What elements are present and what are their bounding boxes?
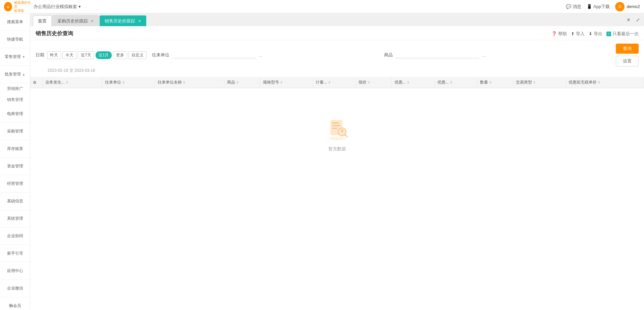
help-icon: ❓ — [551, 31, 557, 36]
filter-area: 日期 昨天 今天 近7天 近1月 更多 自定义 往来单位 — [36, 44, 639, 66]
date-btn-yesterday[interactable]: 昨天 — [47, 51, 61, 59]
th-trade-type[interactable]: 交易类型 — [513, 77, 566, 88]
help-action[interactable]: ❓ 帮助 — [551, 31, 567, 37]
trade-type-sort-icon — [533, 81, 535, 84]
th-biz-date[interactable]: 业务发生... — [42, 77, 102, 88]
svg-rect-5 — [332, 125, 340, 126]
date-range-text: 2023-02-18 至 2023-03-18 — [48, 68, 95, 73]
empty-state-text: 暂无数据 — [328, 146, 346, 152]
sidebar-item-inventory[interactable]: 库存核算 — [0, 140, 30, 158]
query-button[interactable]: 查询 — [616, 44, 639, 54]
sidebar-item-sales-mgmt[interactable]: 销售管理 — [0, 94, 30, 105]
quantity-sort-icon — [489, 81, 491, 84]
tab-maximize-icon[interactable]: ⤢ — [635, 16, 641, 23]
marketing-label: 营销推广 — [7, 86, 23, 92]
inventory-label: 库存核算 — [7, 146, 23, 152]
th-spec[interactable]: 规格型号 — [260, 77, 313, 88]
customer-filter-group: 往来单位 ... — [152, 52, 378, 58]
sidebar-item-system[interactable]: 系统管理 — [0, 210, 30, 227]
th-quantity[interactable]: 数量 — [477, 77, 513, 88]
import-action[interactable]: ⬆ 导入 — [571, 31, 585, 37]
sidebar-item-finance[interactable]: 资金管理 — [0, 158, 30, 175]
sidebar-item-marketing[interactable]: 营销推广 — [0, 83, 30, 94]
chevron-down-icon: ▾ — [78, 4, 81, 9]
sidebar-item-search-menu[interactable]: 搜索菜单 — [0, 13, 30, 31]
tab-sales-history[interactable]: 销售历史价跟踪 ✕ — [100, 15, 146, 26]
pretax-price-sort-icon — [598, 81, 600, 84]
member-label: 畅会员 — [9, 303, 21, 309]
partner-name-sort-icon — [183, 81, 185, 84]
user-menu[interactable]: D demo2 — [615, 2, 640, 11]
export-action[interactable]: ⬇ 导出 — [589, 31, 602, 37]
sidebar-item-guide[interactable]: 新手引导 — [0, 245, 30, 262]
th-partner-code[interactable]: 往来单位 — [102, 77, 155, 88]
tab-purchase-close-icon[interactable]: ✕ — [91, 19, 94, 23]
th-discount1[interactable]: 优惠... — [391, 77, 434, 88]
th-unit[interactable]: 计量... — [313, 77, 356, 88]
sidebar-item-retail-mgmt[interactable]: 零售管理 ▼ — [0, 48, 30, 66]
tab-controls: ✕ ⤢ — [625, 16, 641, 23]
operations-label: 经营管理 — [7, 181, 23, 187]
date-btn-today[interactable]: 今天 — [62, 51, 76, 59]
th-product[interactable]: 商品 — [224, 77, 260, 88]
tab-sales-close-icon[interactable]: ✕ — [138, 19, 141, 23]
wholesale-mgmt-label: 批发管理 — [5, 71, 21, 77]
sidebar-item-basic-info[interactable]: 基础信息 — [0, 193, 30, 210]
tab-purchase-history[interactable]: 采购历史价跟踪 ✕ — [52, 15, 99, 26]
product-dots-icon[interactable]: ... — [482, 53, 486, 58]
th-discount2[interactable]: 优惠... — [434, 77, 477, 88]
price-sort-icon — [368, 81, 370, 84]
message-action[interactable]: 💬 消息 — [566, 4, 581, 10]
product-input[interactable] — [395, 52, 479, 58]
th-pretax-price[interactable]: 优惠前无税单价 — [566, 77, 644, 88]
wholesale-arrow-icon: ▲ — [22, 72, 25, 76]
date-btn-custom[interactable]: 自定义 — [128, 51, 147, 59]
industry-label: 办公用品行业模拟账套 — [34, 4, 77, 10]
svg-line-8 — [345, 135, 347, 137]
app-center-label: 应用中心 — [7, 268, 23, 274]
search-menu-label: 搜索菜单 — [7, 19, 23, 25]
purchase-label: 采购管理 — [7, 128, 23, 134]
sidebar-item-ecommerce[interactable]: 电商管理 — [0, 105, 30, 123]
th-gear[interactable]: ⚙ — [30, 77, 42, 88]
customer-input[interactable] — [172, 52, 256, 58]
page-title: 销售历史价查询 — [36, 30, 73, 37]
date-btn-7days[interactable]: 近7天 — [78, 51, 94, 59]
sidebar-item-app-center[interactable]: 应用中心 — [0, 262, 30, 280]
basic-info-label: 基础信息 — [7, 198, 23, 204]
th-partner-name[interactable]: 往来单位名称 — [155, 77, 224, 88]
unit-sort-icon — [328, 81, 330, 84]
tab-home-label: 首页 — [38, 18, 47, 24]
import-icon: ⬆ — [571, 31, 575, 36]
app-download-action[interactable]: 📱 App下载 — [587, 4, 610, 10]
date-btn-more[interactable]: 更多 — [113, 51, 127, 59]
empty-state-icon — [324, 115, 351, 142]
setting-button[interactable]: 设置 — [616, 56, 639, 66]
username: demo2 — [627, 4, 640, 9]
th-price[interactable]: 报价 — [356, 77, 391, 88]
sidebar-item-corp-wechat[interactable]: 企业微信 — [0, 280, 30, 297]
sidebar-item-operations[interactable]: 经营管理 — [0, 175, 30, 193]
sidebar-item-enterprise[interactable]: 企业协同 — [0, 227, 30, 245]
sidebar-item-quick-nav[interactable]: 快捷导航 — [0, 31, 30, 48]
export-icon: ⬇ — [589, 31, 592, 36]
industry-selector[interactable]: 办公用品行业模拟账套 ▾ — [34, 4, 563, 10]
sidebar-item-wholesale-mgmt[interactable]: 批发管理 ▲ — [0, 66, 30, 83]
retail-mgmt-label: 零售管理 — [5, 54, 21, 60]
sidebar-item-member[interactable]: 畅会员 — [0, 297, 30, 310]
tab-close-all-icon[interactable]: ✕ — [625, 16, 632, 23]
biz-date-sort-icon — [66, 81, 68, 84]
sidebar-item-purchase[interactable]: 采购管理 — [0, 123, 30, 140]
svg-rect-6 — [332, 128, 337, 129]
tab-purchase-label: 采购历史价跟踪 — [57, 18, 88, 24]
guide-label: 新手引导 — [7, 251, 23, 256]
last-once-checkbox[interactable]: ✓ 只看最后一次 — [606, 31, 639, 37]
content-area: 首页 采购历史价跟踪 ✕ 销售历史价跟踪 ✕ ✕ ⤢ 销售历史价查询 — [30, 13, 644, 310]
date-btn-1month[interactable]: 近1月 — [96, 51, 112, 59]
customer-dots-icon[interactable]: ... — [259, 53, 262, 58]
tab-home[interactable]: 首页 — [33, 15, 52, 26]
date-filter-group: 日期 昨天 今天 近7天 近1月 更多 自定义 — [36, 51, 147, 59]
page-content: 销售历史价查询 ❓ 帮助 ⬆ 导入 ⬇ 导出 ✓ — [30, 26, 644, 310]
product-label: 商品 — [384, 52, 393, 58]
corp-wechat-label: 企业微信 — [7, 286, 23, 291]
